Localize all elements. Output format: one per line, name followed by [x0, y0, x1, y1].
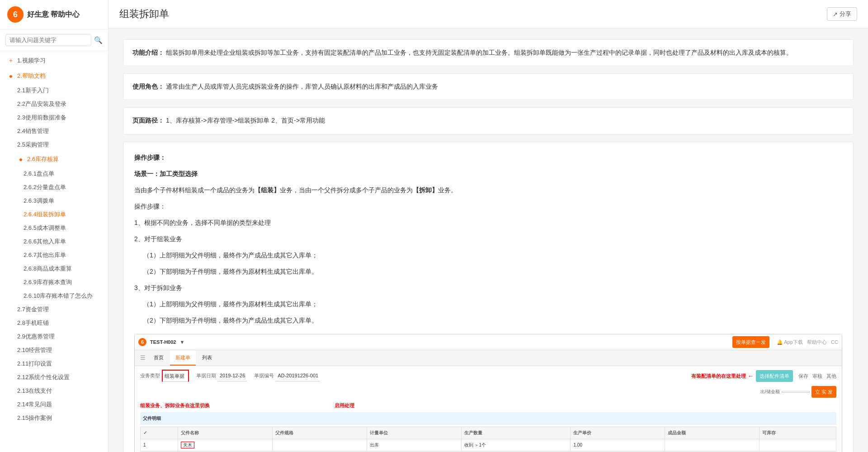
sidebar-sub-2-6-6[interactable]: 2.6.6其他入库单 [0, 235, 108, 248]
search-button[interactable]: 🔍 [94, 36, 103, 44]
annotation1-arrow: ← [748, 370, 754, 382]
annotation3: 启用处理 [335, 403, 354, 408]
sidebar-item-2-6-label: 2.6库存核算 [27, 155, 59, 163]
sidebar-item-2-6[interactable]: ● 2.6库存核算 [0, 152, 108, 167]
sidebar-sub-2-6-8[interactable]: 2.6.8商品成本重算 [0, 262, 108, 276]
sidebar-sub-2-7[interactable]: 2.7资金管理 [0, 303, 108, 316]
screenshot-container: 6 TEST-H002 ▼ 按单据查一发 🔔 App下载 帮助中心 CC ☰ 首… [134, 334, 842, 452]
path-label: 页面路径： [132, 117, 164, 124]
sidebar-sub-2-15[interactable]: 2.15操作案例 [0, 411, 108, 425]
minus-icon-2-6: ● [17, 156, 24, 163]
sidebar-item-label: 1.视频学习 [17, 57, 46, 65]
mock-logo: 6 [138, 338, 146, 346]
mock-col-check: ✓ [141, 427, 178, 439]
role-text: 通常由生产人员或库管人员完成拆装业务的操作，库管人员确认原材料的出库和产成品的入… [166, 83, 438, 90]
mock-form-area: 业务类型 组装单据 单据日期 2019-12-26 单据编号 AD-201912… [135, 366, 842, 452]
role-block: 使用角色： 通常由生产人员或库管人员完成拆装业务的操作，库管人员确认原材料的出库… [123, 73, 854, 100]
mock-col-unit: 计量单位 [367, 427, 461, 439]
page-title: 组装拆卸单 [119, 7, 169, 21]
ops-title: 操作步骤： [134, 151, 842, 164]
nav-section: ＋ 1.视频学习 ● 2.帮助文档 2.1新手入门 2.2产品安装及登录 2.3… [0, 51, 108, 427]
mock-icons: 🔔 App下载 帮助中心 CC [777, 337, 838, 347]
mock-action-btns: 保存 审核 其他 [798, 371, 836, 381]
mock-tab-list[interactable]: 列表 [197, 350, 217, 366]
mock-col-price: 生产单价 [571, 427, 665, 439]
sidebar-sub-2-6-10[interactable]: 2.6.10库存账本错了怎么办 [0, 289, 108, 303]
sidebar-sub-2-12[interactable]: 2.12系统个性化设置 [0, 371, 108, 384]
sidebar-sub-2-5[interactable]: 2.5采购管理 [0, 138, 108, 152]
plus-icon: ＋ [7, 57, 14, 64]
mock-type-label: 业务类型 [140, 371, 160, 381]
sidebar: 6 好生意 帮助中心 🔍 ＋ 1.视频学习 ● 2.帮助文档 2.1新手入门 2… [0, 0, 108, 452]
main-area: 组装拆卸单 ↗ 分享 功能介绍： 组装拆卸单用来处理企业组装或拆卸等加工业务，支… [108, 0, 868, 452]
sidebar-sub-2-6-9[interactable]: 2.6.9库存账本查询 [0, 276, 108, 289]
mock-store-input [782, 391, 810, 393]
main-content: 功能介绍： 组装拆卸单用来处理企业组装或拆卸等加工业务，支持有固定装配清单的产品… [108, 29, 868, 452]
mock-col-qty: 生产数量 [461, 427, 571, 439]
mock-upper-label: 父件明细 [140, 412, 836, 425]
mock-upper-table: ✓ 父件名称 父件规格 计量单位 生产数量 生产单价 成品金额 可库存 [140, 427, 836, 452]
sidebar-sub-2-6-1[interactable]: 2.6.1盘点单 [0, 167, 108, 181]
sidebar-sub-2-13[interactable]: 2.13在线支付 [0, 384, 108, 398]
sidebar-sub-2-6-3[interactable]: 2.6.3调拨单 [0, 194, 108, 208]
scene1-title: 场景一：加工类型选择 [134, 170, 198, 177]
mock-nav-btn[interactable]: 按单据查一发 [732, 336, 769, 348]
mock-col-name: 父件名称 [178, 427, 272, 439]
func-intro-label: 功能介绍： [132, 49, 164, 56]
sidebar-sub-2-6-4[interactable]: 2.6.4组装拆卸单 [0, 208, 108, 221]
minus-icon: ● [7, 72, 14, 80]
mock-tab-home[interactable]: 首页 [148, 350, 169, 366]
annotation3-area: 启用处理 [212, 400, 354, 410]
sidebar-sub-2-8[interactable]: 2.8手机旺铺 [0, 316, 108, 330]
func-intro-text: 组装拆卸单用来处理企业组装或拆卸等加工业务，支持有固定装配清单的产品加工业务，也… [166, 49, 793, 56]
sidebar-sub-2-6-2[interactable]: 2.6.2分量盘点单 [0, 181, 108, 194]
sidebar-sub-2-9[interactable]: 2.9优惠券管理 [0, 330, 108, 343]
mock-store-label: 出/储金额 [760, 387, 780, 396]
mock-num-label: 单据编号 [254, 371, 274, 381]
func-intro-block: 功能介绍： 组装拆卸单用来处理企业组装或拆卸等加工业务，支持有固定装配清单的产品… [123, 39, 854, 66]
sidebar-sub-2-10[interactable]: 2.10经营管理 [0, 343, 108, 357]
sidebar-sub-2-1[interactable]: 2.1新手入门 [0, 84, 108, 97]
sidebar-sub-2-14[interactable]: 2.14常见问题 [0, 398, 108, 411]
sidebar-sub-2-6-5[interactable]: 2.6.5成本调整单 [0, 221, 108, 235]
step1: 1、根据不同的业务，选择不同单据的类型来处理 [134, 216, 842, 229]
mock-date-field: 单据日期 2019-12-26 [196, 370, 247, 381]
step3a: （1）上部明细为父件明细，最终作为原材料生成其它出库单； [134, 298, 842, 310]
screenshot-inner: 6 TEST-H002 ▼ 按单据查一发 🔔 App下载 帮助中心 CC ☰ 首… [135, 334, 842, 452]
mock-tabs: ☰ 首页 新建单 列表 [135, 350, 842, 366]
mock-confirm-btn[interactable]: 立 实 发 [811, 386, 836, 398]
main-header: 组装拆卸单 ↗ 分享 [108, 0, 868, 29]
logo-text: 好生意 帮助中心 [27, 10, 80, 19]
sidebar-item-video[interactable]: ＋ 1.视频学习 [0, 53, 108, 68]
sidebar-sub-2-6-7[interactable]: 2.6.7其他出库单 [0, 248, 108, 262]
sidebar-sub-2-3[interactable]: 2.3使用前数据准备 [0, 111, 108, 124]
path-text: 1、库存核算->库存管理->组装拆卸单 2、首页->常用功能 [166, 117, 325, 124]
mock-company: TEST-H002 [150, 337, 176, 347]
steps-content: 操作步骤： 场景一：加工类型选择 当由多个子件材料组装成一个成品的业务为【组装】… [123, 142, 854, 452]
sidebar-sub-2-11[interactable]: 2.11打印设置 [0, 357, 108, 371]
share-button[interactable]: ↗ 分享 [827, 7, 857, 21]
mock-process-btn[interactable]: 选择配件清单 [756, 370, 793, 382]
mock-tab-new[interactable]: 新建单 [170, 350, 196, 366]
cell-qty: 收到 ＞1个 [461, 439, 571, 451]
cell-spec [272, 439, 367, 451]
mock-topbar: 6 TEST-H002 ▼ 按单据查一发 🔔 App下载 帮助中心 CC [135, 334, 842, 350]
mock-num-field: 单据编号 AD-20191226-001 [254, 370, 320, 381]
mock-sidebar-icon: ☰ [138, 350, 147, 366]
step2b: （2）下部明细为子件明细，最终作为原材料生成其它出库单。 [134, 265, 842, 278]
sidebar-sub-2-4[interactable]: 2.4销售管理 [0, 124, 108, 138]
search-input[interactable] [5, 34, 91, 46]
sidebar-item-docs[interactable]: ● 2.帮助文档 [0, 68, 108, 84]
logo-area: 6 好生意 帮助中心 [0, 0, 108, 29]
sidebar-sub-2-2[interactable]: 2.2产品安装及登录 [0, 97, 108, 111]
step3: 3、对于拆卸业务 [134, 281, 842, 294]
search-area: 🔍 [0, 29, 108, 51]
table-row: 1 关木 出库 收到 ＞1个 1.00 [141, 439, 836, 451]
role-label: 使用角色： [132, 83, 164, 90]
step2a: （1）上部明细为父件明细，最终作为产成品生成其它入库单； [134, 249, 842, 262]
mock-date-value: 2019-12-26 [218, 370, 247, 381]
step3b: （2）下部明细为子件明细，最终作为产成品生成其它入库单。 [134, 314, 842, 327]
cell-name: 关木 [178, 439, 272, 451]
logo-icon: 6 [7, 6, 24, 23]
cell-price: 1.00 [571, 439, 665, 451]
